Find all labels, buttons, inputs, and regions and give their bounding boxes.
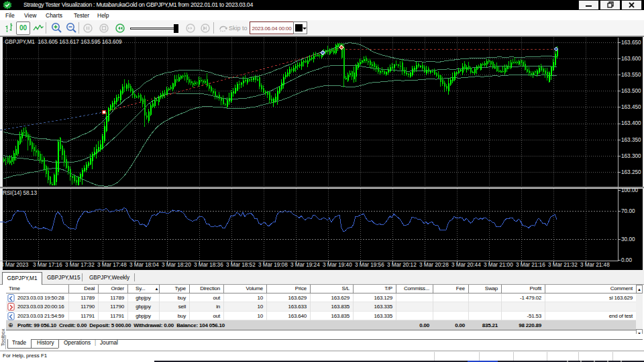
svg-text:3 Mar 18:04: 3 Mar 18:04 [129,262,159,268]
svg-text:70.00: 70.00 [621,208,635,214]
svg-text:163.600: 163.600 [621,56,641,62]
svg-text:163.250: 163.250 [621,169,641,175]
svg-text:163.550: 163.550 [621,72,641,78]
svg-text:100.00: 100.00 [621,187,638,193]
svg-text:163.450: 163.450 [621,104,641,110]
svg-text:RSI(14) 58.13: RSI(14) 58.13 [3,190,37,196]
svg-text:3 Mar 21:32: 3 Mar 21:32 [548,262,578,268]
svg-text:30.00: 30.00 [621,236,635,242]
svg-text:3 Mar 21:16: 3 Mar 21:16 [516,262,545,268]
svg-text:0.00: 0.00 [621,257,632,263]
svg-text:163.500: 163.500 [621,88,641,94]
svg-text:3 Mar 18:52: 3 Mar 18:52 [226,262,256,268]
svg-text:163.300: 163.300 [621,153,641,159]
svg-text:3 Mar 18:36: 3 Mar 18:36 [194,262,223,268]
svg-text:3 Mar 19:56: 3 Mar 19:56 [355,262,384,268]
svg-text:3 Mar 18:20: 3 Mar 18:20 [162,262,191,268]
svg-text:3 Mar 20:12: 3 Mar 20:12 [387,262,417,268]
svg-text:3 Mar 20:28: 3 Mar 20:28 [419,262,449,268]
svg-text:3 Mar 17:48: 3 Mar 17:48 [97,262,127,268]
svg-text:3 Mar 17:16: 3 Mar 17:16 [33,262,62,268]
svg-text:163.400: 163.400 [621,120,641,126]
svg-text:3 Mar 19:40: 3 Mar 19:40 [323,262,352,268]
svg-text:3 Mar 2023: 3 Mar 2023 [1,262,29,268]
svg-text:3 Mar 19:08: 3 Mar 19:08 [258,262,288,268]
svg-text:3 Mar 17:32: 3 Mar 17:32 [65,262,95,268]
svg-text:3 Mar 21:48: 3 Mar 21:48 [580,262,610,268]
svg-text:3 Mar 20:44: 3 Mar 20:44 [451,262,481,268]
svg-text:GBPJPY,M1 163.605 163.617 163: GBPJPY,M1 163.605 163.617 163.595 163.60… [5,39,122,45]
svg-text:163.650: 163.650 [621,40,641,46]
svg-text:163.350: 163.350 [621,137,641,143]
svg-text:3 Mar 21:00: 3 Mar 21:00 [484,262,513,268]
svg-text:3 Mar 19:24: 3 Mar 19:24 [290,262,320,268]
